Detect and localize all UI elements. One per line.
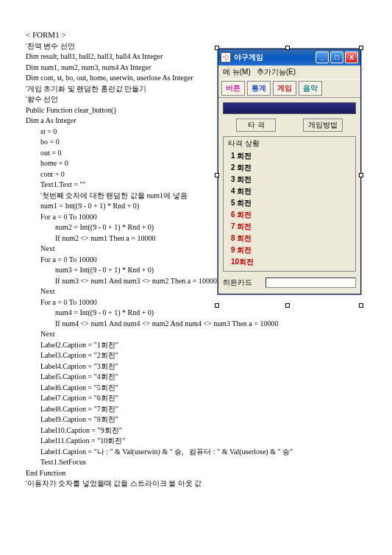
code-line: If num4 <> num1 And num4 <> num2 And num… [26, 319, 379, 330]
app-icon: ⚾ [221, 52, 231, 63]
code-line: Label9.Caption = "8회전" [26, 414, 379, 425]
code-line: '이용자가 숫자를 넣었을때 값을 스트라이크 볼 아웃 값 [26, 478, 379, 489]
selection-handle [215, 46, 219, 50]
action-row: 타 격 게임방법 [218, 117, 360, 136]
code-line: Next [26, 329, 379, 340]
selection-handle [359, 46, 363, 50]
toolbar-button[interactable]: 게임 [273, 81, 296, 96]
window-buttons: _ □ X [316, 52, 358, 63]
hit-button[interactable]: 타 격 [236, 119, 276, 132]
inning-label: 5 회전 [231, 197, 348, 209]
code-line: Label7.Caption = "6회전" [26, 393, 379, 404]
howto-button[interactable]: 게임방법 [303, 119, 343, 132]
toolbar-button[interactable]: 통계 [247, 81, 271, 96]
code-line: Label5.Caption = "4회전" [26, 372, 379, 383]
menu-item[interactable]: 메 뉴(M) [223, 67, 251, 77]
inning-label: 6 회전 [231, 209, 348, 221]
code-line: num4 = Int((9 - 0 + 1) * Rnd + 0) [26, 308, 379, 319]
selection-handle [285, 303, 290, 308]
code-line: Label4.Caption = "3회전" [26, 361, 379, 372]
inning-group: 타격 상황 1 회전2 회전3 회전4 회전5 회전6 회전7 회전8 회전9 … [223, 136, 356, 272]
close-button[interactable]: X [345, 52, 358, 63]
titlebar: ⚾ 야구게임 _ □ X [218, 49, 360, 66]
group-title: 타격 상황 [224, 137, 355, 150]
selection-handle [215, 173, 219, 177]
vb-form-window: ⚾ 야구게임 _ □ X 메 뉴(M) 추가기능(E) 버튼통계게임음악 타 격… [218, 49, 361, 294]
code-line: Text1.SetFocus [26, 457, 379, 468]
code-line: End Function [26, 468, 379, 479]
inning-label: 1 회전 [231, 150, 348, 162]
inning-label: 9 회전 [231, 244, 348, 256]
maximize-button[interactable]: □ [330, 52, 343, 63]
minimize-button[interactable]: _ [316, 52, 329, 63]
selection-handle [215, 303, 219, 308]
hidden-card-label: 히든카드 [223, 278, 266, 288]
hidden-card-field[interactable] [266, 278, 356, 288]
inning-label: 4 회전 [231, 185, 348, 197]
menubar: 메 뉴(M) 추가기능(E) [218, 66, 360, 79]
window-title: 야구게임 [234, 52, 316, 63]
inning-list: 1 회전2 회전3 회전4 회전5 회전6 회전7 회전8 회전9 회전10회전 [224, 150, 355, 268]
code-line: Label11.Caption = "10회전" [26, 436, 379, 447]
selection-handle [359, 303, 363, 308]
selection-handle [359, 173, 363, 177]
code-line: Label8.Caption = "7회전" [26, 404, 379, 415]
code-line: Label2.Caption = "1회전" [26, 340, 379, 351]
code-line: Label1.Caption = "나 : " & Val(userwin) &… [26, 447, 379, 458]
code-line: Label6.Caption = "5회전" [26, 383, 379, 394]
toolbar: 버튼통계게임음악 [218, 79, 360, 98]
inning-label: 7 회전 [231, 221, 348, 233]
inning-label: 8 회전 [231, 233, 348, 244]
inning-label: 3 회전 [231, 174, 348, 185]
score-display [223, 102, 356, 114]
toolbar-button[interactable]: 버튼 [221, 81, 245, 96]
menu-item[interactable]: 추가기능(E) [257, 67, 296, 77]
selection-handle [285, 46, 290, 50]
inning-label: 10회전 [231, 256, 348, 268]
form-heading: < FORM1 > [26, 29, 379, 41]
code-line: Label10.Caption = "9회전" [26, 425, 379, 436]
hidden-card-row: 히든카드 [223, 276, 356, 289]
code-line: For a = 0 To 10000 [26, 297, 379, 308]
inning-label: 2 회전 [231, 162, 348, 174]
toolbar-button[interactable]: 음악 [299, 81, 322, 96]
code-line: Label3.Caption = "2회전" [26, 350, 379, 361]
